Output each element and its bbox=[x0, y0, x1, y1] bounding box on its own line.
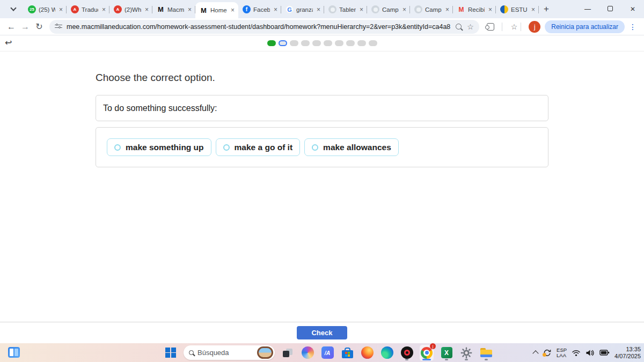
reload-button[interactable]: ↻ bbox=[32, 21, 46, 32]
tab-search-button[interactable] bbox=[4, 2, 23, 17]
tab-translate-2[interactable]: A (2)Wha × bbox=[109, 2, 152, 17]
tab-title: Traduc bbox=[82, 6, 98, 13]
tab-macmillan[interactable]: M Macmi × bbox=[152, 2, 195, 17]
tab-translate-1[interactable]: A Traduc × bbox=[67, 2, 109, 17]
tab-title: Recibi bbox=[468, 6, 485, 13]
url-text[interactable]: mee.macmillaneducation.com/homework-asse… bbox=[67, 23, 450, 31]
progress-pill bbox=[312, 40, 321, 46]
tab-close-icon[interactable]: × bbox=[530, 6, 536, 13]
side-panel-star-icon[interactable]: ☆ bbox=[511, 23, 518, 31]
tab-close-icon[interactable]: × bbox=[487, 6, 493, 13]
tab-whatsapp[interactable]: 25 (25) W × bbox=[24, 2, 67, 17]
options-card: make something up make a go of it make a… bbox=[96, 127, 548, 167]
tab-close-icon[interactable]: × bbox=[273, 6, 279, 13]
radio-icon[interactable] bbox=[223, 144, 230, 151]
taskbar-search[interactable]: Búsqueda bbox=[184, 345, 275, 360]
tab-close-icon[interactable]: × bbox=[358, 6, 364, 13]
tab-google-search[interactable]: G granza × bbox=[281, 2, 324, 17]
file-explorer-button[interactable] bbox=[479, 345, 493, 361]
check-bar: Check bbox=[0, 322, 644, 343]
running-indicator bbox=[465, 359, 468, 360]
speaker-icon[interactable] bbox=[586, 349, 595, 357]
address-bar[interactable]: mee.macmillaneducation.com/homework-asse… bbox=[49, 20, 479, 34]
excel-button[interactable]: X bbox=[440, 345, 453, 361]
microsoft-store-button[interactable] bbox=[340, 345, 354, 361]
excel-icon: X bbox=[441, 347, 452, 358]
radio-icon[interactable] bbox=[114, 144, 121, 151]
toolbar-divider bbox=[521, 23, 521, 31]
crest-icon bbox=[371, 5, 379, 13]
tab-campus-2[interactable]: Campu × bbox=[410, 2, 453, 17]
running-indicator-active bbox=[422, 359, 431, 360]
option-make-allowances[interactable]: make allowances bbox=[304, 138, 399, 156]
tab-close-icon[interactable]: × bbox=[230, 6, 236, 14]
whatsapp-icon: 25 bbox=[28, 5, 36, 13]
start-button[interactable] bbox=[164, 345, 178, 361]
window-controls: — ✕ bbox=[576, 0, 644, 18]
opera-gx-button[interactable] bbox=[400, 345, 414, 361]
maximize-button[interactable] bbox=[599, 5, 621, 13]
chrome-button-active[interactable]: j bbox=[420, 345, 434, 361]
close-button[interactable]: ✕ bbox=[621, 5, 644, 13]
tab-title: ESTUD bbox=[511, 6, 528, 13]
option-make-a-go-of-it[interactable]: make a go of it bbox=[216, 138, 301, 156]
language-indicator[interactable]: ESP LAA bbox=[557, 348, 567, 358]
tab-close-icon[interactable]: × bbox=[401, 6, 407, 13]
tab-close-icon[interactable]: × bbox=[144, 6, 150, 13]
tray-chevron-up-icon[interactable] bbox=[532, 350, 538, 356]
tray-date: 4/07/2025 bbox=[614, 353, 641, 360]
tab-close-icon[interactable]: × bbox=[187, 6, 193, 13]
extensions-icon[interactable] bbox=[487, 23, 494, 31]
forward-button[interactable]: → bbox=[18, 22, 32, 32]
tab-facebook[interactable]: f Faceb × bbox=[238, 2, 281, 17]
taskbar-clock[interactable]: 13:35 4/07/2025 bbox=[614, 346, 641, 360]
tab-close-icon[interactable]: × bbox=[101, 6, 107, 13]
bookmark-star-icon[interactable]: ☆ bbox=[467, 23, 474, 31]
gmail-icon: M bbox=[457, 5, 465, 13]
option-make-something-up[interactable]: make something up bbox=[107, 138, 211, 156]
radio-icon[interactable] bbox=[312, 144, 318, 151]
widgets-icon[interactable] bbox=[8, 347, 20, 358]
tab-close-icon[interactable]: × bbox=[58, 6, 64, 13]
sync-status-icon[interactable] bbox=[543, 349, 552, 357]
tab-close-icon[interactable]: × bbox=[316, 6, 321, 13]
exercise-progress-bar: ↩ bbox=[0, 35, 644, 51]
wifi-icon[interactable] bbox=[572, 349, 581, 357]
relaunch-to-update-button[interactable]: Reinicia para actualizar bbox=[545, 20, 625, 33]
tab-campus-1[interactable]: Camp × bbox=[367, 2, 410, 17]
back-button[interactable]: ← bbox=[4, 22, 18, 32]
edge-button[interactable] bbox=[380, 345, 394, 361]
tab-title: Faceb bbox=[253, 6, 270, 13]
tab-title: granza bbox=[296, 6, 313, 13]
tab-gmail[interactable]: M Recibi × bbox=[453, 2, 496, 17]
tab-estudiantes[interactable]: ESTUD × bbox=[496, 2, 539, 17]
battery-icon[interactable] bbox=[599, 349, 610, 356]
task-view-button[interactable] bbox=[281, 345, 295, 361]
macmillan-icon: M bbox=[200, 6, 208, 14]
google-icon: G bbox=[286, 5, 294, 13]
check-button[interactable]: Check bbox=[297, 326, 347, 339]
tab-homework-active[interactable]: M Home × bbox=[195, 2, 238, 18]
tab-close-icon[interactable]: × bbox=[444, 6, 450, 13]
browser-menu-icon[interactable]: ⋮ bbox=[629, 23, 636, 31]
tab-tablero[interactable]: Tabler × bbox=[324, 2, 367, 17]
task-view-icon bbox=[283, 349, 292, 357]
copilot-button[interactable] bbox=[301, 345, 314, 361]
system-tray: ESP LAA 13:35 4/07/2025 bbox=[533, 343, 641, 362]
tab-title: Home bbox=[210, 7, 227, 13]
settings-button[interactable] bbox=[459, 345, 473, 361]
minimize-button[interactable]: — bbox=[576, 5, 599, 13]
running-indicator bbox=[445, 359, 448, 360]
progress-pill bbox=[357, 40, 366, 46]
slash-a-icon: /A bbox=[321, 346, 334, 359]
sync-alert-dot bbox=[543, 353, 546, 357]
firefox-button[interactable] bbox=[360, 345, 374, 361]
search-highlight-image[interactable] bbox=[257, 346, 273, 359]
profile-avatar[interactable]: j bbox=[529, 21, 540, 33]
folder-icon bbox=[480, 348, 492, 357]
site-info-icon[interactable] bbox=[55, 24, 62, 30]
slash-a-app-button[interactable]: /A bbox=[320, 345, 334, 361]
zoom-page-icon[interactable] bbox=[456, 24, 462, 29]
new-tab-button[interactable]: + bbox=[539, 2, 554, 17]
chevron-down-icon bbox=[10, 5, 16, 11]
